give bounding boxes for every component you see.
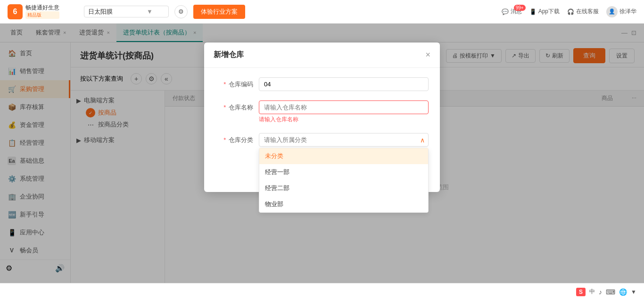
category-control: ∧ 未分类 经营一部 经营二部 物业部	[259, 133, 429, 147]
category-required-star: *	[223, 136, 226, 143]
name-input[interactable]	[259, 100, 429, 114]
name-control: 请输入仓库名称	[259, 100, 429, 124]
code-control	[259, 77, 429, 91]
sound-icon[interactable]: ♪	[599, 288, 602, 296]
logo-area: 6 畅捷通好生意 精品版	[8, 4, 78, 19]
dropdown-option-property[interactable]: 物业部	[259, 196, 428, 212]
logo-icon: 6	[8, 4, 23, 19]
header-right: 💬 消息 99+ 📱 App下载 🎧 在线客服 👤 徐泽华	[502, 6, 636, 17]
username-label: 徐泽华	[619, 8, 636, 16]
code-input[interactable]	[259, 77, 429, 91]
app-download-label: App下载	[538, 8, 560, 16]
category-label: * 仓库分类	[215, 133, 253, 144]
online-service-item[interactable]: 🎧 在线客服	[567, 8, 599, 16]
form-row-name: * 仓库名称 请输入仓库名称	[215, 100, 429, 124]
name-error-msg: 请输入仓库名称	[259, 116, 429, 124]
expand-icon[interactable]: ▼	[631, 289, 636, 295]
search-input[interactable]	[88, 8, 145, 15]
sogou-logo: S	[576, 288, 586, 296]
search-area[interactable]: ▼	[84, 6, 169, 17]
dropdown-arrow-icon: ▼	[147, 8, 153, 15]
user-avatar-icon: 👤	[606, 6, 618, 17]
logo-text: 畅捷通好生意	[25, 4, 59, 12]
message-icon: 💬	[502, 8, 509, 15]
bottom-bar: S 中 ♪ ⌨ 🌐 ▼	[0, 283, 644, 300]
network-icon[interactable]: 🌐	[619, 288, 627, 296]
dropdown-option-dept2[interactable]: 经营二部	[259, 180, 428, 196]
keyboard-icon[interactable]: ⌨	[606, 288, 615, 296]
dropdown-option-dept1[interactable]: 经营一部	[259, 164, 428, 180]
online-service-label: 在线客服	[576, 8, 599, 16]
bottom-icons: S 中 ♪ ⌨ 🌐 ▼	[576, 288, 636, 296]
required-star: *	[223, 81, 226, 88]
app-download-item[interactable]: 📱 App下载	[529, 8, 560, 16]
name-required-star: *	[223, 104, 226, 111]
modal-overlay: 新增仓库 × * 仓库编码 * 仓库名称	[0, 24, 644, 283]
chinese-input-label[interactable]: 中	[589, 288, 595, 296]
headset-icon: 🎧	[567, 8, 574, 15]
name-label: * 仓库名称	[215, 100, 253, 112]
modal-title: 新增仓库	[214, 50, 244, 60]
form-row-category: * 仓库分类 ∧ 未分类 经营一部 经营二部 物业部	[215, 133, 429, 147]
dropdown-option-unclassified[interactable]: 未分类	[259, 148, 428, 164]
category-select-wrapper: ∧	[259, 133, 429, 147]
settings-icon[interactable]: ⚙	[174, 5, 188, 18]
modal-body: * 仓库编码 * 仓库名称 请输入仓库名称	[204, 68, 440, 166]
modal-dialog: 新增仓库 × * 仓库编码 * 仓库名称	[204, 42, 440, 192]
modal-close-button[interactable]: ×	[425, 50, 430, 60]
mobile-icon: 📱	[529, 8, 537, 15]
category-input[interactable]	[259, 133, 429, 147]
message-item[interactable]: 💬 消息 99+	[502, 8, 522, 16]
user-item[interactable]: 👤 徐泽华	[606, 6, 636, 17]
modal-header: 新增仓库 ×	[204, 42, 440, 68]
try-industry-button[interactable]: 体验行业方案	[193, 5, 245, 19]
top-header: 6 畅捷通好生意 精品版 ▼ ⚙ 体验行业方案 💬 消息 99+ 📱 App下载…	[0, 0, 644, 24]
category-dropdown: 未分类 经营一部 经营二部 物业部	[259, 148, 429, 213]
code-label: * 仓库编码	[215, 77, 253, 89]
logo-badge: 精品版	[25, 11, 59, 19]
form-row-code: * 仓库编码	[215, 77, 429, 91]
message-badge: 99+	[514, 5, 526, 11]
